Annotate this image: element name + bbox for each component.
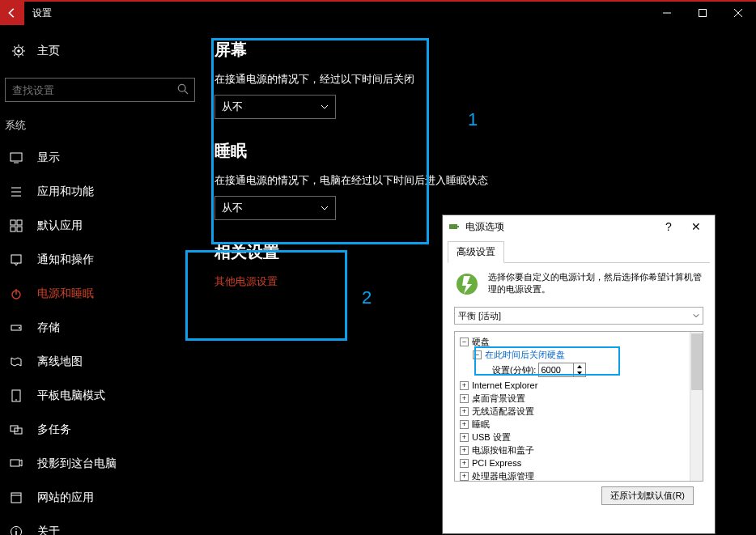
- screen-dropdown[interactable]: 从不: [214, 95, 336, 119]
- chevron-down-icon: [321, 103, 329, 111]
- monitor-icon: [8, 151, 24, 164]
- dialog-close-button[interactable]: ✕: [682, 218, 710, 236]
- nav-tablet-mode[interactable]: 平板电脑模式: [0, 379, 206, 413]
- back-button[interactable]: [0, 1, 24, 25]
- expand-toggle[interactable]: +: [460, 420, 469, 429]
- svg-line-10: [14, 46, 15, 47]
- tablet-icon: [8, 389, 24, 402]
- nav-storage[interactable]: 存储: [0, 311, 206, 345]
- svg-rect-34: [11, 460, 19, 466]
- tree-scrollbar[interactable]: [690, 332, 703, 481]
- svg-rect-25: [11, 255, 21, 263]
- power-icon: [8, 287, 24, 300]
- list-icon: [8, 185, 24, 198]
- svg-rect-24: [17, 227, 22, 231]
- svg-rect-40: [449, 224, 457, 229]
- dialog-titlebar: 电源选项 ? ✕: [443, 215, 715, 238]
- settings-tree[interactable]: −硬盘 −在此时间后关闭硬盘 设置(分钟): +Internet Explore…: [454, 331, 703, 482]
- sleep-desc: 在接通电源的情况下，电脑在经过以下时间后进入睡眠状态: [214, 173, 756, 188]
- minutes-spinner[interactable]: [538, 363, 586, 377]
- gear-icon: [11, 45, 26, 57]
- nav-website-apps[interactable]: 网站的应用: [0, 481, 206, 515]
- svg-rect-23: [11, 227, 15, 231]
- storage-icon: [8, 321, 24, 334]
- svg-line-15: [185, 91, 188, 94]
- nav-multitask[interactable]: 多任务: [0, 413, 206, 447]
- svg-point-5: [17, 49, 20, 53]
- notification-icon: [8, 253, 24, 266]
- power-options-dialog: 电源选项 ? ✕ 高级设置 选择你要自定义的电源计划，然后选择你希望计算机管理的…: [442, 214, 716, 534]
- minutes-input[interactable]: [539, 365, 573, 375]
- sleep-dropdown[interactable]: 从不: [214, 196, 336, 220]
- svg-line-12: [14, 54, 15, 55]
- group-label: 系统: [0, 115, 206, 141]
- svg-rect-21: [11, 220, 15, 225]
- power-plan-icon: [454, 271, 480, 297]
- collapse-toggle[interactable]: −: [473, 350, 482, 359]
- svg-line-13: [22, 46, 23, 47]
- close-button[interactable]: [720, 1, 756, 25]
- nav-about[interactable]: 关于: [0, 515, 206, 535]
- svg-line-11: [22, 54, 23, 55]
- tab-advanced[interactable]: 高级设置: [448, 241, 504, 263]
- screen-title: 屏幕: [214, 39, 756, 61]
- dialog-intro-text: 选择你要自定义的电源计划，然后选择你希望计算机管理的电源设置。: [488, 271, 703, 297]
- minimize-button[interactable]: [649, 1, 685, 25]
- expand-toggle[interactable]: +: [460, 407, 469, 416]
- multitask-icon: [8, 423, 24, 436]
- nav-display[interactable]: 显示: [0, 141, 206, 175]
- nav-project[interactable]: 投影到这台电脑: [0, 447, 206, 481]
- home-label: 主页: [37, 44, 60, 58]
- sleep-section: 睡眠 在接通电源的情况下，电脑在经过以下时间后进入睡眠状态 从不: [214, 140, 756, 220]
- expand-toggle[interactable]: +: [460, 394, 469, 403]
- sleep-title: 睡眠: [214, 140, 756, 162]
- window-title: 设置: [32, 6, 52, 20]
- project-icon: [8, 457, 24, 470]
- expand-toggle[interactable]: +: [460, 472, 469, 481]
- svg-rect-16: [11, 153, 22, 161]
- svg-point-39: [15, 529, 17, 530]
- grid-icon: [8, 219, 24, 232]
- map-icon: [8, 355, 24, 368]
- expand-toggle[interactable]: +: [460, 446, 469, 455]
- chevron-down-icon: [693, 312, 699, 319]
- nav-default-apps[interactable]: 默认应用: [0, 209, 206, 243]
- dialog-title: 电源选项: [465, 220, 655, 234]
- expand-toggle[interactable]: +: [460, 381, 469, 390]
- spinner-up[interactable]: [574, 363, 585, 370]
- svg-point-14: [178, 84, 185, 91]
- nav-offline-maps[interactable]: 离线地图: [0, 345, 206, 379]
- battery-icon: [448, 220, 461, 233]
- maximize-button[interactable]: [685, 1, 720, 25]
- search-icon: [177, 83, 189, 98]
- website-icon: [8, 491, 24, 504]
- search-input[interactable]: [5, 78, 195, 102]
- spinner-down[interactable]: [574, 370, 585, 376]
- chevron-down-icon: [321, 204, 329, 212]
- nav-apps[interactable]: 应用和功能: [0, 175, 206, 209]
- power-plan-select[interactable]: 平衡 [活动]: [454, 307, 703, 325]
- svg-rect-1: [699, 10, 707, 17]
- info-icon: [8, 525, 24, 535]
- nav-power-sleep[interactable]: 电源和睡眠: [0, 277, 206, 311]
- svg-rect-22: [17, 220, 22, 225]
- dialog-help-button[interactable]: ?: [655, 218, 682, 236]
- collapse-toggle[interactable]: −: [460, 338, 469, 346]
- screen-desc: 在接通电源的情况下，经过以下时间后关闭: [214, 72, 756, 87]
- sidebar: 主页 系统 显示 应用和功能 默认应用 通知和操作 电源和睡眠: [0, 24, 206, 535]
- restore-defaults-button[interactable]: 还原计划默认值(R): [601, 486, 694, 505]
- home-link[interactable]: 主页: [0, 36, 206, 66]
- svg-point-29: [19, 327, 20, 329]
- svg-rect-41: [457, 226, 459, 227]
- screen-section: 屏幕 在接通电源的情况下，经过以下时间后关闭 从不: [214, 39, 756, 119]
- nav-notifications[interactable]: 通知和操作: [0, 243, 206, 277]
- expand-toggle[interactable]: +: [460, 433, 469, 442]
- svg-rect-35: [11, 493, 21, 503]
- expand-toggle[interactable]: +: [460, 459, 469, 468]
